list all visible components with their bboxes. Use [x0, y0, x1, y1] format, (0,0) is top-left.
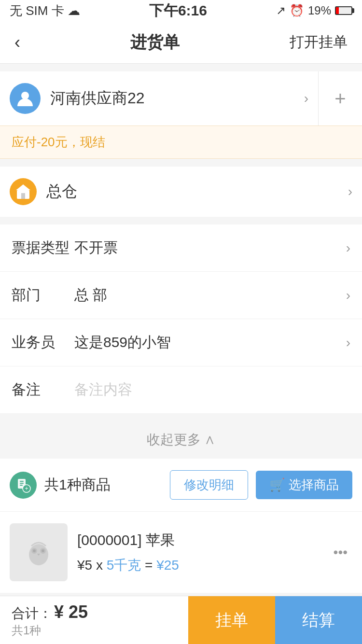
ticket-chevron-icon: ›	[346, 240, 350, 256]
total-amount: ¥ 25	[54, 602, 88, 622]
warehouse-row[interactable]: 总仓 ›	[0, 167, 362, 217]
svg-point-13	[33, 549, 36, 552]
form-row-dept[interactable]: 部门 总 部 ›	[0, 272, 362, 319]
supplier-chevron-icon: ›	[304, 91, 308, 106]
dept-chevron-icon: ›	[346, 288, 350, 303]
product-name: [0000001] 苹果	[77, 531, 329, 550]
supplier-row[interactable]: 河南供应商22 ›	[0, 71, 319, 126]
edit-detail-button[interactable]: 修改明细	[170, 470, 248, 500]
warehouse-icon	[10, 178, 37, 205]
checkout-button[interactable]: 结算	[275, 596, 362, 644]
warehouse-chevron-icon: ›	[348, 184, 352, 199]
product-more-button[interactable]: •••	[329, 540, 352, 565]
cart-icon: 🛒	[269, 477, 285, 492]
back-button[interactable]: ‹	[14, 32, 20, 53]
form-row-salesperson[interactable]: 业务员 这是859的小智 ›	[0, 319, 362, 366]
open-hang-button[interactable]: 打开挂单	[290, 32, 348, 52]
select-product-button[interactable]: 🛒 选择商品	[256, 471, 352, 499]
page-title: 进货单	[130, 31, 180, 54]
warehouse-name: 总仓	[46, 181, 343, 202]
ticket-value: 不开票	[74, 238, 341, 258]
nav-bar: ‹ 进货单 打开挂单	[0, 21, 362, 64]
bottom-bar: 合计： ¥ 25 共1种 挂单 结算	[0, 596, 362, 644]
battery-icon	[335, 6, 352, 15]
svg-marker-2	[16, 184, 30, 190]
product-count-icon: +	[10, 472, 37, 499]
salesperson-label: 业务员	[12, 333, 74, 352]
supplier-avatar	[10, 83, 41, 114]
location-icon: ↗	[276, 4, 286, 17]
battery-label: 19%	[308, 4, 331, 17]
svg-rect-5	[20, 481, 24, 482]
svg-rect-6	[20, 483, 24, 484]
form-section: 票据类型 不开票 › 部门 总 部 › 业务员 这是859的小智 › 备注 备注…	[0, 224, 362, 413]
salesperson-chevron-icon: ›	[346, 335, 350, 350]
dept-label: 部门	[12, 285, 74, 305]
sim-label: 无 SIM 卡 ☁	[10, 2, 80, 19]
status-left: 无 SIM 卡 ☁	[10, 2, 80, 19]
supplier-section: 河南供应商22 › +	[0, 71, 362, 126]
form-row-note[interactable]: 备注 备注内容	[0, 366, 362, 413]
alarm-icon: ⏰	[290, 4, 304, 17]
collapse-bar[interactable]: 收起更多 ∧	[0, 421, 362, 459]
dept-value: 总 部	[74, 285, 341, 305]
status-time: 下午6:16	[149, 1, 207, 21]
supplier-add-button[interactable]: +	[319, 71, 362, 126]
product-info: [0000001] 苹果 ¥5 x 5千克 = ¥25	[77, 531, 329, 574]
svg-text:+: +	[25, 485, 28, 492]
product-header: + 共1种商品 修改明细 🛒 选择商品	[0, 459, 362, 512]
product-count-text: 共1种商品	[44, 475, 170, 495]
product-item: [0000001] 苹果 ¥5 x 5千克 = ¥25 •••	[0, 512, 362, 593]
product-section: + 共1种商品 修改明细 🛒 选择商品	[0, 459, 362, 593]
form-row-ticket[interactable]: 票据类型 不开票 ›	[0, 224, 362, 272]
ticket-label: 票据类型	[12, 238, 74, 258]
hang-button[interactable]: 挂单	[188, 596, 275, 644]
supplier-name: 河南供应商22	[50, 88, 299, 109]
total-label: 合计：	[12, 604, 52, 623]
svg-point-0	[21, 92, 29, 99]
status-bar: 无 SIM 卡 ☁ 下午6:16 ↗ ⏰ 19%	[0, 0, 362, 21]
note-label: 备注	[12, 380, 74, 400]
total-section: 合计： ¥ 25 共1种	[0, 596, 188, 644]
status-right: ↗ ⏰ 19%	[276, 4, 352, 17]
main-content: 河南供应商22 › + 应付-20元，现结 总仓 › 票据类型 不开票 ›	[0, 71, 362, 644]
supplier-notice: 应付-20元，现结	[0, 126, 362, 159]
svg-point-14	[42, 549, 44, 552]
product-price: ¥5 x 5千克 = ¥25	[77, 556, 329, 574]
product-thumbnail	[10, 523, 68, 581]
svg-rect-3	[21, 193, 25, 199]
note-placeholder: 备注内容	[74, 380, 350, 400]
total-count: 共1种	[12, 623, 177, 638]
svg-rect-7	[20, 485, 23, 486]
salesperson-value: 这是859的小智	[74, 333, 341, 352]
